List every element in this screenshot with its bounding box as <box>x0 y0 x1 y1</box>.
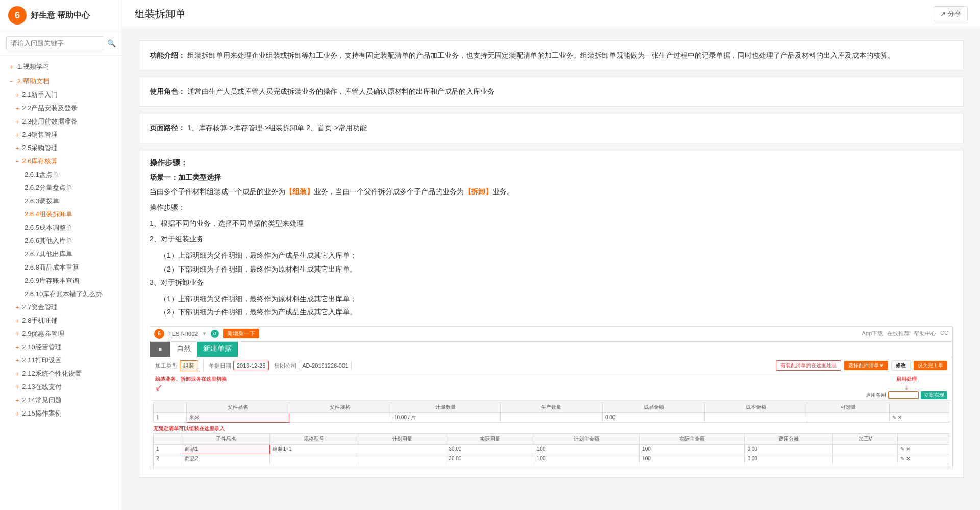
sidebar-item-265[interactable]: 2.6.5成本调整单 <box>0 221 122 234</box>
sidebar-item-28[interactable]: ＋ 2.8手机旺铺 <box>0 314 122 327</box>
mock-td2-name2: 商品2 <box>182 454 270 464</box>
mock-confirm-btn[interactable]: 设为完工单 <box>914 361 947 370</box>
mock-th-prod-qty: 生产数量 <box>500 402 602 412</box>
mock-td2-actualamt2: 100 <box>640 454 745 464</box>
sidebar-item-22[interactable]: ＋ 2.2产品安装及登录 <box>0 102 122 115</box>
plus-icon: ＋ <box>14 304 22 311</box>
mock-doc-no: TEST-H002 <box>168 331 198 337</box>
mock-td2-op2 <box>832 454 897 464</box>
mock-td2-spec: 组装1+1 <box>270 444 358 454</box>
sidebar-item-27[interactable]: ＋ 2.7资金管理 <box>0 301 122 314</box>
mock-type-select[interactable]: 组装 <box>180 360 198 371</box>
mock-date-value[interactable]: 2019-12-26 <box>233 361 269 370</box>
search-input[interactable] <box>6 36 104 50</box>
mock-th-avail-qty: 可选量 <box>807 402 889 412</box>
sidebar-item-269[interactable]: 2.6.9库存账本查询 <box>0 274 122 287</box>
search-bar: 🔍 <box>0 31 122 56</box>
step3-1: （1）上部明细为父件明细，最终作为原材料生成其它出库单； <box>160 292 953 306</box>
mock-enable-input[interactable] <box>888 391 919 399</box>
nav-label: 2.6库存核算 <box>22 157 58 165</box>
mock-table1-row: 1 米米 10.00 / 片 0.00 ✎ ✕ <box>154 412 949 422</box>
sidebar-item-211[interactable]: ＋ 2.11打印设置 <box>0 354 122 367</box>
mock-th-prod-amt: 成品金额 <box>602 402 704 412</box>
path-block: 页面路径： 1、库存核算->库存管理->组装拆卸单 2、首页->常用功能 <box>139 113 964 143</box>
nav-label: 2.9优惠券管理 <box>22 330 64 337</box>
mock-save-config-btn[interactable]: 选择配件清单▼ <box>844 361 888 370</box>
mock-td2-edit: ✎ ✕ <box>898 444 949 454</box>
sidebar-item-29[interactable]: ＋ 2.9优惠券管理 <box>0 327 122 341</box>
plus-icon: ＋ <box>14 344 22 351</box>
mock-th-checkbox <box>154 402 187 412</box>
nav-label: 2.7资金管理 <box>22 303 58 311</box>
sidebar-item-263[interactable]: 2.6.3调拨单 <box>0 195 122 208</box>
mock-header-btns: 有装配清单的在这里处理 选择配件清单▼ 修改 设为完工单 <box>776 360 947 371</box>
sidebar-item-23[interactable]: ＋ 2.3使用前数据准备 <box>0 115 122 128</box>
sidebar-item-213[interactable]: ＋ 2.13在线支付 <box>0 380 122 394</box>
mock-table2: 子件品名 规格型号 计划用量 实际用量 计划主金额 实际主金额 费用分摊 加工V <box>153 433 949 469</box>
sidebar-item-262[interactable]: 2.6.2分量盘点单 <box>0 181 122 195</box>
sidebar-item-215[interactable]: ＋ 2.15操作案例 <box>0 407 122 420</box>
mock-td-parent-name: 米米 <box>187 412 289 422</box>
nav-label: 2.6.2分量盘点单 <box>24 184 72 191</box>
sidebar-header: 6 好生意 帮助中心 <box>0 0 122 31</box>
mock-td2-actualamt: 100 <box>640 444 745 454</box>
plus-icon: ＋ <box>14 118 22 125</box>
mock-form-area: 加工类型 组装 单据日期 2019-12-26 集团公司 AD-20191226… <box>150 357 952 375</box>
mock-th-parent-spec: 父件规格 <box>289 402 391 412</box>
mock-tab-home[interactable]: 自然 <box>170 342 197 357</box>
mock-enable-btn[interactable]: 立案实现 <box>921 391 947 399</box>
mock-th2-fee: 费用分摊 <box>745 433 832 444</box>
mock-app-bar: 6 TEST-H002 ▼ ↺ 新增新一下 App下载 在线推荐 帮助中心 CC <box>150 327 952 342</box>
mock-assembly-value: AD-20191226-001 <box>299 361 352 370</box>
steps-title: 操作步骤： <box>150 158 953 168</box>
mock-td2-name: 商品1 <box>182 444 270 454</box>
mock-th2-actions <box>898 433 949 444</box>
sidebar-item-21[interactable]: ＋ 2.1新手入门 <box>0 88 122 102</box>
sidebar-item-26[interactable]: － 2.6库存核算 <box>0 155 122 168</box>
plus-icon: ＋ <box>14 144 22 152</box>
search-icon[interactable]: 🔍 <box>107 39 116 47</box>
sidebar-item-261[interactable]: 2.6.1盘点单 <box>0 168 122 181</box>
share-button[interactable]: ↗ 分享 <box>934 6 968 21</box>
mock-td2-plan2 <box>358 454 446 464</box>
steps-desc2: 操作步骤： <box>150 201 953 214</box>
mock-arrow-down2: ↓ <box>905 383 909 391</box>
mock-top-app: App下载 <box>862 330 884 337</box>
sidebar-item-214[interactable]: ＋ 2.14常见问题 <box>0 394 122 407</box>
sidebar-item-267[interactable]: 2.6.7其他出库单 <box>0 248 122 261</box>
plus-icon: ＋ <box>14 370 22 377</box>
mock-top-help: 帮助中心 <box>914 330 936 337</box>
mock-th2-actual-amt: 实际主金额 <box>640 433 745 444</box>
mock-td-plan-qty: 10.00 / 片 <box>391 412 500 422</box>
step1: 1、根据不同的业务，选择不同单据的类型来处理 <box>150 217 953 230</box>
mock-th2-spec: 规格型号 <box>270 433 358 444</box>
mock-action-btn[interactable]: 修改 <box>891 360 911 371</box>
sidebar-item-210[interactable]: ＋ 2.10经营管理 <box>0 341 122 354</box>
sidebar-item-268[interactable]: 2.6.8商品成本重算 <box>0 261 122 274</box>
mock-ann-assembly-text: 组装业务、拆卸业务在这里切换 <box>155 376 227 383</box>
role-text: 通常由生产人员或库管人员完成拆装业务的操作，库管人员确认原材料的出库和产成品的入… <box>187 87 495 95</box>
mock-th-action <box>889 402 949 412</box>
sidebar-item-2610[interactable]: 2.6.10库存账本错了怎么办 <box>0 287 122 301</box>
sidebar-item-25[interactable]: ＋ 2.5采购管理 <box>0 141 122 155</box>
sidebar-item-264[interactable]: 2.6.4组装拆卸单 <box>0 208 122 221</box>
sidebar-item-24[interactable]: ＋ 2.4销售管理 <box>0 128 122 141</box>
sidebar-item-266[interactable]: 2.6.6其他入库单 <box>0 234 122 248</box>
sidebar-item-video[interactable]: ＋ 1.视频学习 <box>0 60 122 74</box>
mock-td2-fee2: 0.00 <box>745 454 832 464</box>
mock-td2-actual: 30.00 <box>446 444 534 454</box>
mock-new-btn[interactable]: 新增新一下 <box>223 329 259 338</box>
sidebar-item-docs[interactable]: － 2.帮助文档 <box>0 74 122 88</box>
mock-tab-new[interactable]: 新建单据 <box>197 342 238 357</box>
nav-label: 2.5采购管理 <box>22 144 58 152</box>
plus-icon: ＋ <box>14 357 22 364</box>
step2-1: （1）上部明细为父件明细，最终作为产成品生成其它入库单； <box>160 249 953 262</box>
mock-th2-op: 加工V <box>832 433 897 444</box>
mock-assembly-group: 集团公司 AD-20191226-001 <box>274 361 352 370</box>
nav-label: 2.12系统个性化设置 <box>22 370 81 377</box>
mock-td-avail-qty <box>807 412 889 422</box>
plus-icon: ＋ <box>14 91 22 99</box>
mock-td2-fee: 0.00 <box>745 444 832 454</box>
path-label: 页面路径： <box>150 124 185 132</box>
sidebar-item-212[interactable]: ＋ 2.12系统个性化设置 <box>0 367 122 380</box>
